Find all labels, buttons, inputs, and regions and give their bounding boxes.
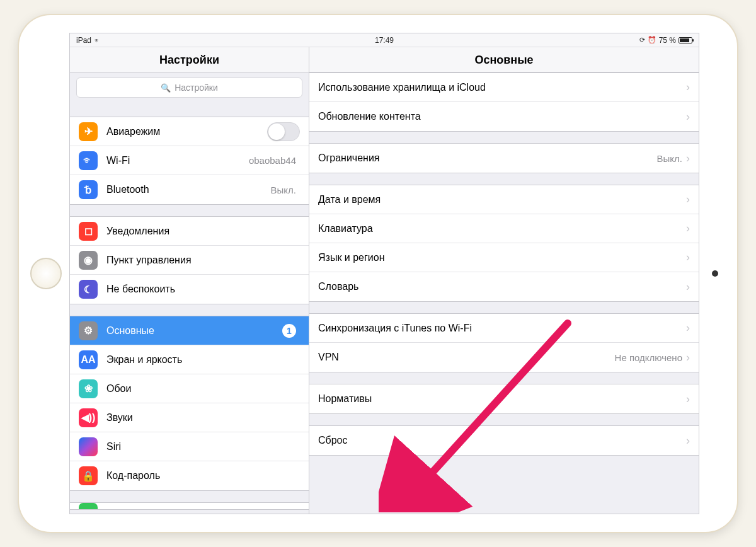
detail-row-label: Словарь xyxy=(318,281,686,292)
sidebar-item-label: Wi-Fi xyxy=(106,155,249,166)
wifi-icon: ᯤ xyxy=(79,151,98,170)
chevron-right-icon: › xyxy=(686,321,690,335)
sidebar-item-label: Уведомления xyxy=(106,226,300,237)
detail-row[interactable]: Сброс› xyxy=(309,426,699,455)
sidebar-item-siri[interactable]: Siri xyxy=(70,432,309,461)
detail-row-label: Дата и время xyxy=(318,194,686,205)
detail-row-label: Синхронизация с iTunes по Wi-Fi xyxy=(318,323,686,334)
sidebar-item-label: Не беспокоить xyxy=(106,284,300,295)
green-icon xyxy=(79,503,98,509)
sidebar-title: Настройки xyxy=(70,47,309,72)
detail-row-label: Клавиатура xyxy=(318,223,686,234)
detail-row[interactable]: Использование хранилища и iCloud› xyxy=(309,73,699,102)
sidebar-item-label: Обои xyxy=(106,383,300,394)
sidebar-item-dnd[interactable]: ☾Не беспокоить xyxy=(70,275,309,304)
sidebar-item-label: Bluetooth xyxy=(106,184,271,195)
sidebar-item-next[interactable] xyxy=(70,503,309,509)
sidebar-item-label: Авиарежим xyxy=(106,126,267,137)
siri-icon xyxy=(79,437,98,456)
sidebar-item-wall[interactable]: ❀Обои xyxy=(70,374,309,403)
sidebar-item-label: Код-пароль xyxy=(106,470,300,481)
detail-row-label: Сброс xyxy=(318,435,686,446)
detail-row[interactable]: Обновление контента› xyxy=(309,102,699,131)
front-camera xyxy=(712,270,718,277)
sidebar-item-airplane[interactable]: ✈Авиарежим xyxy=(70,117,309,146)
pass-icon: 🔒 xyxy=(79,466,98,485)
detail-pane: Основные Использование хранилища и iClou… xyxy=(309,47,699,514)
detail-row[interactable]: Нормативы› xyxy=(309,384,699,413)
sidebar-item-wifi[interactable]: ᯤWi-Fiobaobab44 xyxy=(70,146,309,175)
sidebar-item-pass[interactable]: 🔒Код-пароль xyxy=(70,461,309,490)
display-icon: AA xyxy=(79,350,98,369)
chevron-right-icon: › xyxy=(686,110,690,124)
chevron-right-icon: › xyxy=(686,351,690,364)
sidebar-item-value: obaobab44 xyxy=(249,155,296,166)
chevron-right-icon: › xyxy=(686,81,690,94)
detail-row-value: Выкл. xyxy=(657,153,682,164)
orientation-lock-icon: ⟳ xyxy=(639,36,645,44)
detail-row[interactable]: Словарь› xyxy=(309,272,699,301)
detail-row-label: VPN xyxy=(318,352,615,363)
detail-row[interactable]: VPNНе подключено› xyxy=(309,343,699,372)
general-icon: ⚙ xyxy=(79,321,98,340)
battery-percent: 75 % xyxy=(659,36,676,45)
sidebar-item-label: Пункт управления xyxy=(106,255,300,266)
chevron-right-icon: › xyxy=(686,434,690,447)
wifi-status-icon: ᯤ xyxy=(94,37,101,44)
battery-icon xyxy=(679,37,692,43)
alarm-icon: ⏰ xyxy=(648,36,656,44)
airplane-toggle[interactable] xyxy=(267,122,300,141)
detail-row-label: Использование хранилища и iCloud xyxy=(318,82,686,93)
chevron-right-icon: › xyxy=(686,393,690,406)
sidebar-item-label: Звуки xyxy=(106,412,300,423)
sidebar-item-label: Экран и яркость xyxy=(106,354,300,366)
sidebar-item-cc[interactable]: ◉Пункт управления xyxy=(70,246,309,275)
detail-row-label: Нормативы xyxy=(318,393,686,405)
badge: 1 xyxy=(282,324,296,338)
chevron-right-icon: › xyxy=(686,251,690,264)
search-input[interactable]: 🔍 Настройки xyxy=(76,78,302,98)
airplane-icon: ✈ xyxy=(79,122,98,141)
sidebar-item-label: Основные xyxy=(106,325,282,337)
clock: 17:49 xyxy=(375,36,394,45)
detail-row[interactable]: Клавиатура› xyxy=(309,214,699,243)
cc-icon: ◉ xyxy=(79,251,98,270)
detail-row-label: Язык и регион xyxy=(318,252,686,263)
sidebar-item-label: Siri xyxy=(106,441,300,452)
sidebar-item-sound[interactable]: ◀))Звуки xyxy=(70,403,309,432)
bt-icon: ␢ xyxy=(79,180,98,199)
device-label: iPad xyxy=(76,36,91,45)
sidebar-item-bt[interactable]: ␢BluetoothВыкл. xyxy=(70,175,309,204)
search-icon: 🔍 xyxy=(161,83,171,93)
status-bar: iPad ᯤ 17:49 ⟳ ⏰ 75 % xyxy=(70,33,699,47)
detail-row[interactable]: Дата и время› xyxy=(309,185,699,214)
settings-sidebar: Настройки 🔍 Настройки ✈АвиарежимᯤWi-Fiob… xyxy=(70,47,309,514)
detail-title: Основные xyxy=(309,47,699,72)
detail-row[interactable]: Синхронизация с iTunes по Wi-Fi› xyxy=(309,314,699,343)
dnd-icon: ☾ xyxy=(79,280,98,299)
sidebar-item-display[interactable]: AAЭкран и яркость xyxy=(70,345,309,374)
home-button[interactable] xyxy=(30,258,62,289)
sidebar-item-notif[interactable]: ◻Уведомления xyxy=(70,217,309,246)
sidebar-item-general[interactable]: ⚙Основные1 xyxy=(70,316,309,345)
wall-icon: ❀ xyxy=(79,379,98,398)
chevron-right-icon: › xyxy=(686,152,690,165)
screen: iPad ᯤ 17:49 ⟳ ⏰ 75 % Настройки 🔍 Настро… xyxy=(69,33,699,514)
sidebar-item-value: Выкл. xyxy=(271,185,296,195)
ipad-frame: iPad ᯤ 17:49 ⟳ ⏰ 75 % Настройки 🔍 Настро… xyxy=(19,15,737,532)
chevron-right-icon: › xyxy=(686,193,690,206)
detail-row-label: Обновление контента xyxy=(318,111,686,122)
search-placeholder: Настройки xyxy=(175,83,218,93)
chevron-right-icon: › xyxy=(686,280,690,294)
detail-row[interactable]: Язык и регион› xyxy=(309,243,699,272)
detail-row-value: Не подключено xyxy=(615,352,682,363)
chevron-right-icon: › xyxy=(686,222,690,235)
detail-row-label: Ограничения xyxy=(318,153,657,164)
detail-row[interactable]: ОграниченияВыкл.› xyxy=(309,144,699,173)
notif-icon: ◻ xyxy=(79,222,98,241)
sound-icon: ◀)) xyxy=(79,408,98,427)
